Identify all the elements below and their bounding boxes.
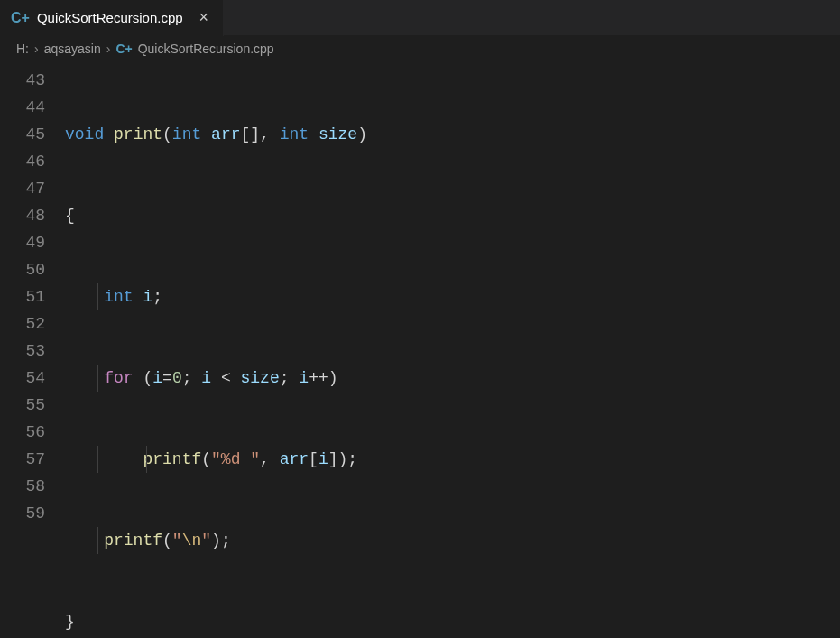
line-number: 55 (0, 392, 45, 419)
tab-bar: C+ QuickSortRecursion.cpp × (0, 0, 840, 36)
code-line: for (i=0; i < size; i++) (65, 365, 840, 392)
line-number: 49 (0, 229, 45, 256)
code-line: { (65, 202, 840, 229)
line-number: 47 (0, 175, 45, 202)
line-number: 44 (0, 94, 45, 121)
chevron-right-icon: › (34, 42, 39, 56)
breadcrumb-drive[interactable]: H: (16, 42, 29, 56)
cpp-icon: C+ (11, 10, 30, 26)
line-number: 51 (0, 283, 45, 310)
line-number: 50 (0, 256, 45, 283)
line-number: 43 (0, 67, 45, 94)
line-number: 59 (0, 500, 45, 527)
line-number: 54 (0, 365, 45, 392)
code-line: void print(int arr[], int size) (65, 121, 840, 148)
line-number: 45 (0, 121, 45, 148)
close-icon[interactable]: × (196, 8, 212, 27)
code-line: printf("%d ", arr[i]); (65, 446, 840, 473)
line-number: 48 (0, 202, 45, 229)
line-numbers: 43 44 45 46 47 48 49 50 51 52 53 54 55 5… (0, 67, 65, 638)
tab-active[interactable]: C+ QuickSortRecursion.cpp × (0, 0, 224, 36)
tab-label: QuickSortRecursion.cpp (37, 10, 183, 25)
line-number: 56 (0, 419, 45, 446)
line-number: 53 (0, 337, 45, 365)
line-number: 57 (0, 446, 45, 473)
line-number: 58 (0, 473, 45, 500)
code-line: int i; (65, 283, 840, 310)
code-editor[interactable]: 43 44 45 46 47 48 49 50 51 52 53 54 55 5… (0, 61, 840, 638)
breadcrumb-file[interactable]: QuickSortRecursion.cpp (138, 42, 274, 56)
code-line: } (65, 608, 840, 635)
code-line: printf("\n"); (65, 527, 840, 554)
breadcrumb-folder[interactable]: aqsayasin (44, 42, 101, 56)
breadcrumb: H: › aqsayasin › C+ QuickSortRecursion.c… (0, 36, 840, 61)
cpp-icon: C+ (115, 42, 132, 56)
code-content[interactable]: void print(int arr[], int size) { int i;… (65, 67, 840, 638)
chevron-right-icon: › (106, 42, 111, 56)
line-number: 46 (0, 148, 45, 175)
line-number: 52 (0, 310, 45, 337)
